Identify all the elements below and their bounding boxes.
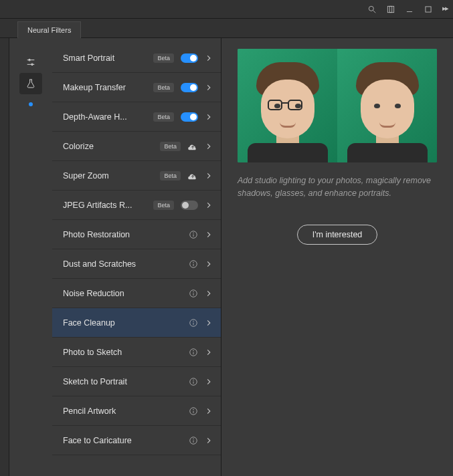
filter-description: Add studio lighting to your photos, magi… bbox=[238, 174, 437, 201]
minimize-icon[interactable] bbox=[405, 5, 414, 14]
interested-button[interactable]: I'm interested bbox=[297, 225, 378, 245]
search-icon[interactable] bbox=[367, 5, 377, 14]
filter-label: Face to Caricature bbox=[63, 436, 189, 445]
info-icon[interactable] bbox=[189, 230, 198, 239]
filter-label: Depth-Aware H... bbox=[63, 112, 153, 122]
chevron-right-icon bbox=[205, 437, 213, 445]
chevron-right-icon bbox=[205, 231, 213, 239]
filter-category-column bbox=[9, 38, 52, 476]
filter-toggle[interactable] bbox=[181, 53, 198, 63]
filter-label: Colorize bbox=[63, 142, 160, 151]
filter-row-sketch-to-portrait[interactable]: Sketch to Portrait bbox=[52, 367, 221, 396]
chevron-right-icon bbox=[205, 407, 213, 415]
svg-point-24 bbox=[193, 350, 194, 351]
window-controls-bar: ▸▸ bbox=[0, 0, 453, 19]
beta-lab-icon[interactable] bbox=[19, 73, 42, 94]
filter-label: Noise Reduction bbox=[63, 289, 189, 298]
svg-line-1 bbox=[373, 10, 376, 13]
svg-rect-5 bbox=[426, 6, 431, 11]
download-cloud-icon[interactable] bbox=[187, 142, 198, 151]
svg-point-33 bbox=[193, 439, 194, 439]
info-icon[interactable] bbox=[189, 318, 198, 328]
svg-point-15 bbox=[193, 262, 194, 263]
info-icon[interactable] bbox=[189, 289, 198, 298]
filter-label: Photo to Sketch bbox=[63, 348, 189, 357]
beta-badge: Beta bbox=[160, 142, 181, 151]
filter-row-jpeg-artifacts-r[interactable]: JPEG Artifacts R...Beta bbox=[52, 191, 221, 220]
info-icon[interactable] bbox=[189, 406, 198, 416]
filter-label: Dust and Scratches bbox=[63, 259, 189, 269]
filter-label: Super Zoom bbox=[63, 171, 160, 181]
svg-point-30 bbox=[193, 409, 194, 410]
filter-toggle[interactable] bbox=[181, 83, 198, 92]
workspace-icon[interactable] bbox=[386, 5, 395, 14]
filter-row-makeup-transfer[interactable]: Makeup TransferBeta bbox=[52, 73, 221, 102]
chevron-right-icon bbox=[205, 54, 213, 62]
beta-badge: Beta bbox=[153, 83, 174, 92]
svg-point-27 bbox=[193, 380, 194, 380]
filter-toggle[interactable] bbox=[181, 201, 198, 210]
chevron-right-icon bbox=[205, 260, 213, 268]
filter-row-face-cleanup[interactable]: Face Cleanup bbox=[52, 308, 221, 338]
filter-row-dust-and-scratches[interactable]: Dust and Scratches bbox=[52, 249, 221, 279]
beta-badge: Beta bbox=[153, 201, 174, 210]
preview-image bbox=[238, 49, 437, 162]
svg-rect-2 bbox=[387, 6, 393, 12]
download-cloud-icon[interactable] bbox=[187, 171, 198, 181]
chevron-right-icon bbox=[205, 113, 213, 121]
collapse-icon[interactable]: ▸▸ bbox=[442, 4, 448, 13]
chevron-right-icon bbox=[205, 378, 213, 386]
svg-rect-3 bbox=[389, 6, 392, 12]
info-icon[interactable] bbox=[189, 259, 198, 269]
chevron-right-icon bbox=[205, 201, 213, 209]
filter-row-face-to-caricature[interactable]: Face to Caricature bbox=[52, 426, 221, 455]
panel-tab-bar: Neural Filters bbox=[0, 19, 453, 37]
filter-label: Photo Restoration bbox=[63, 230, 189, 239]
beta-badge: Beta bbox=[153, 112, 174, 122]
svg-point-12 bbox=[193, 233, 194, 233]
filter-label: Smart Portrait bbox=[63, 53, 153, 63]
filter-label: Sketch to Portrait bbox=[63, 377, 189, 386]
filter-detail-panel: Add studio lighting to your photos, magi… bbox=[221, 38, 453, 476]
chevron-right-icon bbox=[205, 172, 213, 180]
update-indicator-dot bbox=[29, 102, 33, 106]
svg-point-21 bbox=[193, 321, 194, 322]
filter-row-colorize[interactable]: ColorizeBeta bbox=[52, 132, 221, 161]
beta-badge: Beta bbox=[153, 53, 174, 63]
filter-label: Makeup Transfer bbox=[63, 83, 153, 92]
tab-neural-filters[interactable]: Neural Filters bbox=[17, 21, 81, 38]
filter-list: Smart PortraitBetaMakeup TransferBetaDep… bbox=[52, 38, 221, 476]
beta-badge: Beta bbox=[160, 171, 181, 181]
filter-row-pencil-artwork[interactable]: Pencil Artwork bbox=[52, 396, 221, 426]
chevron-right-icon bbox=[205, 319, 213, 327]
maximize-icon[interactable] bbox=[424, 5, 433, 14]
chevron-right-icon bbox=[205, 289, 213, 298]
chevron-right-icon bbox=[205, 348, 213, 356]
filter-label: Face Cleanup bbox=[63, 318, 189, 328]
info-icon[interactable] bbox=[189, 436, 198, 445]
filter-row-noise-reduction[interactable]: Noise Reduction bbox=[52, 279, 221, 308]
filter-row-smart-portrait[interactable]: Smart PortraitBeta bbox=[52, 43, 221, 73]
filter-toggle[interactable] bbox=[181, 112, 198, 122]
chevron-right-icon bbox=[205, 84, 213, 92]
chevron-right-icon bbox=[205, 142, 213, 150]
left-gutter bbox=[0, 38, 9, 476]
filter-row-super-zoom[interactable]: Super ZoomBeta bbox=[52, 161, 221, 191]
filter-row-photo-restoration[interactable]: Photo Restoration bbox=[52, 220, 221, 249]
filter-row-photo-to-sketch[interactable]: Photo to Sketch bbox=[52, 338, 221, 367]
filter-label: Pencil Artwork bbox=[63, 406, 189, 416]
filter-label: JPEG Artifacts R... bbox=[63, 201, 153, 210]
info-icon[interactable] bbox=[189, 348, 198, 357]
filter-row-depth-aware-h[interactable]: Depth-Aware H...Beta bbox=[52, 102, 221, 132]
svg-point-0 bbox=[369, 6, 373, 11]
svg-point-18 bbox=[193, 291, 194, 292]
adjustments-icon[interactable] bbox=[19, 51, 42, 73]
info-icon[interactable] bbox=[189, 377, 198, 386]
